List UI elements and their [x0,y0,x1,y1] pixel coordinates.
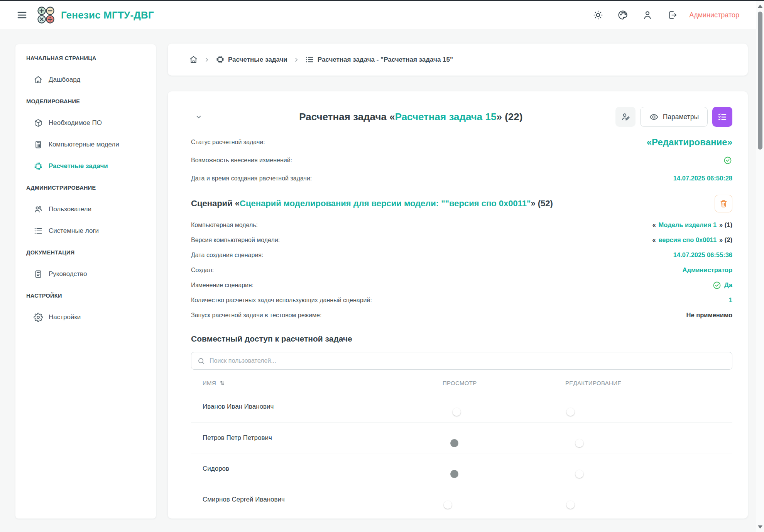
checklist-button[interactable] [712,107,732,127]
scenario-fields: Компьютерная модель:«Модель изделия 1» (… [191,217,732,323]
page-scrollbar[interactable] [756,1,764,532]
field-label: Изменение сценария: [191,282,254,289]
field-row: Версия компьютерной модели:«версия спо 0… [191,232,732,247]
calculator-icon [34,140,43,149]
user-name: Смирнов Сергей Иванович [191,496,443,503]
page-title: Расчетная задача «Расчетная задача 15» (… [206,111,615,123]
sidebar-item-calculator[interactable]: Компьютерные модели [15,134,156,155]
search-input[interactable] [210,357,726,364]
scroll-up-arrow[interactable] [757,4,763,8]
hamburger-menu-icon[interactable] [15,8,29,22]
list-icon [305,55,314,64]
trash-icon [719,199,728,208]
field-row: Изменение сценария:Да [191,278,732,293]
theme-sun-icon[interactable] [593,10,603,20]
current-user-label[interactable]: Администратор [689,11,739,19]
scrollbar-thumb[interactable] [758,12,762,150]
logout-icon[interactable] [667,10,678,20]
check-circle-icon [712,281,722,290]
chip-icon [34,162,43,171]
breadcrumb-link-tasks[interactable]: Расчетные задачи [216,55,287,64]
breadcrumb: Расчетные задачи Расчетная задача - "Рас… [168,44,748,76]
app-title: Генезис МГТУ-ДВГ [61,9,154,21]
chip-icon [216,55,225,64]
field-label: Дата и время создания расчетной задачи: [191,175,312,182]
sidebar-item-label: Расчетные задачи [49,162,108,170]
field-value [723,156,732,165]
user-icon[interactable] [642,10,653,20]
parameters-button-label: Параметры [663,113,699,121]
field-row: Статус расчетной задачи:«Редактирование» [191,133,732,151]
field-label: Компьютерная модель: [191,222,258,229]
sidebar-item-label: Настройки [49,313,81,321]
field-value-text: Модель изделия 1 [659,221,717,229]
field-label: Версия компьютерной модели: [191,237,280,244]
app-logo-icon [36,5,56,25]
task-fields: Статус расчетной задачи:«Редактирование»… [191,133,732,187]
chevron-right-icon [203,56,210,63]
table-row: Петров Петр Петрович [191,422,732,453]
palette-icon[interactable] [617,10,628,20]
parameters-button[interactable]: Параметры [640,107,708,127]
sidebar-item-chip[interactable]: Расчетные задачи [15,155,156,177]
field-value: Не применимо [686,311,732,319]
field-label: Статус расчетной задачи: [191,139,265,146]
field-value-text: Да [724,281,732,289]
scenario-name-highlight: Сценарий моделирования для версии модели… [240,199,531,208]
sidebar-section-title: ДОКУМЕНТАЦИЯ [15,242,156,263]
chevron-right-icon [293,56,300,63]
sidebar-item-label: Пользователи [49,205,91,213]
sidebar-item-cube[interactable]: Необходимое ПО [15,112,156,134]
field-label: Создал: [191,267,214,274]
user-name: Иванов Иван Иванович [191,403,443,411]
user-edit-icon [620,112,630,122]
field-value-text: 14.07.2025 06:55:36 [673,251,732,259]
field-value-text: « [652,221,656,229]
sidebar-item-label: Системные логи [49,227,99,235]
field-value: Да [712,281,732,290]
home-icon[interactable] [189,55,198,64]
delete-scenario-button[interactable] [715,195,732,212]
toggle-knob [450,439,458,447]
sidebar-section-title: МОДЕЛИРОВАНИЕ [15,91,156,112]
field-value: Администратор [683,266,732,274]
field-value-text: » (2) [719,236,732,244]
field-value-text: 14.07.2025 06:50:28 [673,175,732,182]
sidebar-item-list[interactable]: Системные логи [15,220,156,242]
field-row: Дата и время создания расчетной задачи:1… [191,169,732,187]
browser-top-edge [0,0,764,1]
table-row: Смирнов Сергей Иванович [191,484,732,515]
column-edit-label: РЕДАКТИРОВАНИЕ [565,380,732,386]
scroll-down-arrow[interactable] [757,525,763,529]
list-icon [34,226,43,236]
sidebar-item-book[interactable]: Руководство [15,263,156,285]
sidebar-item-users[interactable]: Пользователи [15,199,156,220]
field-value-text: « [652,236,656,244]
field-value-text: » (1) [719,221,732,229]
sidebar-section-title: АДМИНИСТРИРОВАНИЕ [15,177,156,199]
manage-access-button[interactable] [615,107,636,127]
field-label: Количество расчетных задач использующих … [191,297,372,304]
column-name-label: ИМЯ [203,380,216,386]
home-icon [34,75,43,84]
field-value-text: 1 [729,296,732,304]
sidebar-section-title: НАСТРОЙКИ [15,285,156,306]
sidebar-item-home[interactable]: Дашбоард [15,69,156,91]
field-label: Возможность внесения изменений: [191,157,292,164]
sort-icon[interactable] [219,380,225,386]
field-label: Запуск расчетной задачи в тестовом режим… [191,312,321,319]
field-row: Компьютерная модель:«Модель изделия 1» (… [191,217,732,232]
table-row: Сидоров [191,453,732,484]
field-value-text: «Редактирование» [647,137,732,148]
sidebar-item-gear[interactable]: Настройки [15,306,156,328]
book-icon [34,269,43,279]
sidebar-item-label: Дашбоард [49,76,80,84]
toggle-knob [444,501,452,509]
field-row: Количество расчетных задач использующих … [191,293,732,308]
field-value-text: Не применимо [686,311,732,319]
field-value-text: версия спо 0x0011 [658,236,717,244]
field-value: «Редактирование» [647,137,732,148]
toggle-knob [566,501,575,509]
collapse-chevron-icon[interactable] [191,113,206,121]
user-name: Петров Петр Петрович [191,434,443,442]
